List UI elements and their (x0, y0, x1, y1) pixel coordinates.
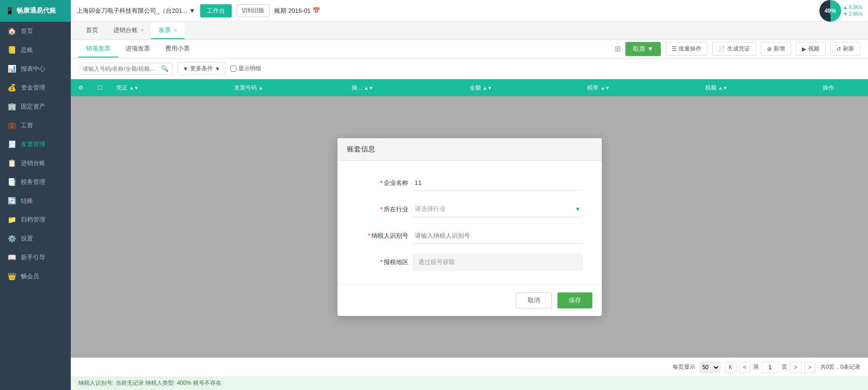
logo-icon: 📱 (6, 7, 14, 15)
cancel-button[interactable]: 取消 (516, 292, 552, 308)
subtab-label-1: 进项发票 (126, 45, 150, 52)
sidebar-item-5[interactable]: 💼工资 (0, 116, 71, 135)
sidebar-item-9[interactable]: 🔄结账 (0, 191, 71, 210)
tax-id-label: *纳税人识别号 (356, 232, 408, 240)
save-button[interactable]: 保存 (557, 292, 592, 308)
per-page-select[interactable]: 50 100 (700, 362, 720, 373)
grid-icon[interactable]: ⊞ (615, 44, 621, 53)
show-detail-checkbox[interactable]: 显示明细 (230, 65, 261, 73)
dialog-body: *企业名称 *所在行业 请选择行业 ▼ (337, 161, 602, 284)
sidebar-item-11[interactable]: ⚙️设置 (0, 229, 71, 248)
topbar-right: 49% ▲ 8.5K/s ▼ 2.6K/s (819, 0, 862, 22)
refresh-button[interactable]: ↺ 刷新 (830, 42, 860, 56)
th-voucher: 凭证 ▲▼ (116, 84, 234, 92)
search-box[interactable]: 🔍 (78, 63, 173, 75)
switch-old-button[interactable]: 切到旧版 (236, 4, 270, 17)
sidebar-icon-10: 📁 (8, 216, 16, 224)
calendar-icon[interactable]: 📅 (312, 7, 320, 14)
tab-label-0: 首页 (86, 26, 98, 34)
account-info-dialog: 账套信息 *企业名称 *所在行业 (337, 138, 602, 316)
company-name-label: *企业名称 (356, 179, 408, 187)
content-area: 账套信息 *企业名称 *所在行业 (71, 96, 868, 357)
sidebar-label-8: 税务管理 (21, 178, 45, 186)
sidebar-label-4: 固定资产 (21, 102, 45, 111)
last-page-button[interactable]: > (804, 362, 816, 373)
company-selector[interactable]: 上海卯金刀电子科技有限公司_（台201... ▼ (76, 7, 195, 15)
company-name-text: 上海卯金刀电子科技有限公司_（台201... (76, 7, 187, 15)
subtab-0[interactable]: 销项发票 (78, 41, 118, 58)
sidebar-item-1[interactable]: 📒总账 (0, 41, 71, 59)
tax-id-input[interactable] (413, 228, 583, 244)
tax-region-label: *报税地区 (356, 258, 408, 266)
sidebar-item-4[interactable]: 🏢固定资产 (0, 97, 71, 116)
table-header: ⚙ ☐ 凭证 ▲▼ 发票号码 ▲ 摘... ▲▼ 金额 ▲▼ 税率 ▲▼ 税额 … (71, 79, 868, 96)
total-records: 共0页，0条记录 (820, 363, 860, 371)
prev-page-button[interactable]: < (739, 362, 750, 373)
tab-close-2[interactable]: × (174, 27, 177, 33)
page-input[interactable] (762, 362, 779, 373)
th-action: 操作 (823, 84, 860, 92)
statusbar: 纳税人识别号: 当前无记录 纳税人类型: 400% 税号不存在 (71, 376, 868, 390)
sidebar-icon-8: 📑 (8, 178, 16, 186)
video-icon: ▶ (802, 46, 806, 52)
voucher-icon: 📄 (718, 46, 725, 52)
company-dropdown-icon: ▼ (189, 7, 195, 14)
sidebar-item-10[interactable]: 📁归档管理 (0, 210, 71, 229)
sidebar-item-6[interactable]: 🧾发票管理 (0, 135, 71, 154)
sidebar-label-13: 畅会员 (21, 272, 39, 281)
subtab-2[interactable]: 费用小票 (158, 41, 197, 58)
sidebar-item-7[interactable]: 📋进销台账 (0, 154, 71, 173)
next-page-button[interactable]: > (790, 362, 801, 373)
first-page-button[interactable]: K (725, 362, 736, 373)
sidebar-icon-11: ⚙️ (8, 234, 16, 243)
percent-circle: 49% (819, 0, 841, 22)
batch-op-button[interactable]: ☰ 批量操作 (666, 42, 708, 56)
tab-0[interactable]: 首页 (78, 22, 106, 39)
industry-row: *所在行业 请选择行业 ▼ (356, 201, 583, 217)
search-input[interactable] (83, 66, 158, 72)
industry-dropdown-icon: ▼ (575, 206, 581, 213)
sidebar-label-9: 结账 (21, 197, 33, 205)
subtab-1[interactable]: 进项发票 (118, 41, 158, 58)
take-ticket-button[interactable]: 取票 ▼ (625, 42, 661, 56)
sidebar-item-0[interactable]: 🏠首页 (0, 22, 71, 41)
workbench-button[interactable]: 工作台 (200, 4, 232, 17)
sidebar-label-12: 新手引导 (21, 253, 45, 262)
tab-1[interactable]: 进销台账 × (106, 22, 151, 39)
show-detail-check[interactable] (230, 66, 236, 72)
filter-button[interactable]: ▼ 更多条件 ▼ (177, 62, 226, 75)
video-button[interactable]: ▶ 视频 (796, 42, 826, 56)
dialog-footer: 取消 保存 (337, 284, 602, 316)
search-icon: 🔍 (161, 65, 169, 72)
industry-label: *所在行业 (356, 205, 408, 214)
sidebar-icon-12: 📖 (8, 253, 16, 262)
sidebar-label-1: 总账 (21, 46, 33, 54)
tax-region-row: *报税地区 通过税号获取 (356, 254, 583, 270)
topbar: 上海卯金刀电子科技有限公司_（台201... ▼ 工作台 切到旧版 每页显示 账… (71, 0, 868, 22)
th-invoice-no: 发票号码 ▲ (234, 84, 352, 92)
tab-label-2: 发票 (159, 26, 171, 34)
gen-voucher-button[interactable]: 📄 生成凭证 (712, 42, 756, 56)
sidebar-item-8[interactable]: 📑税务管理 (0, 173, 71, 191)
dialog-title: 账套信息 (337, 138, 602, 161)
new-button[interactable]: ⊕ 新增 (761, 42, 791, 56)
sidebar-label-5: 工资 (21, 121, 33, 130)
modal-overlay[interactable]: 账套信息 *企业名称 *所在行业 (71, 96, 868, 357)
page-label: 第 (753, 363, 759, 371)
tax-region-display: 通过税号获取 (413, 254, 583, 270)
th-amount: 金额 ▲▼ (470, 84, 588, 92)
sidebar-icon-6: 🧾 (8, 140, 16, 149)
industry-select[interactable]: 请选择行业 ▼ (413, 201, 583, 217)
filter-dropdown-icon: ▼ (215, 66, 220, 72)
company-name-input[interactable] (413, 175, 583, 191)
sidebar-item-13[interactable]: 👑畅会员 (0, 267, 71, 286)
tab-close-1[interactable]: × (141, 27, 143, 33)
sidebar-item-3[interactable]: 💰资金管理 (0, 78, 71, 97)
sidebar-item-2[interactable]: 📊报表中心 (0, 59, 71, 78)
th-checkbox: ☐ (97, 84, 116, 91)
tab-2[interactable]: 发票 × (151, 22, 184, 39)
sidebar-icon-1: 📒 (8, 46, 16, 54)
sidebar-item-12[interactable]: 📖新手引导 (0, 248, 71, 267)
refresh-icon: ↺ (836, 46, 841, 52)
sidebar-label-7: 进销台账 (21, 159, 45, 167)
